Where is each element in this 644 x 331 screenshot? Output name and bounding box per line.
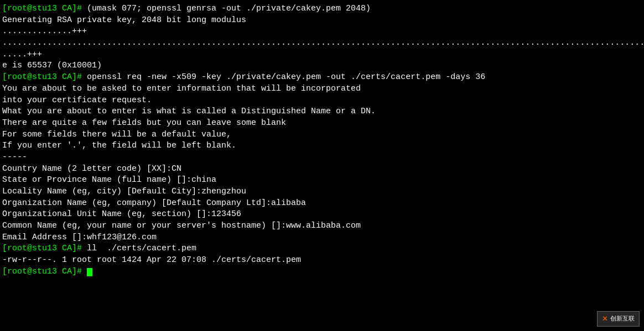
terminal-line: For some fields there will be a default … xyxy=(2,129,642,141)
terminal-line: Common Name (eg, your name or your serve… xyxy=(2,220,642,232)
terminal-line: Locality Name (eg, city) [Default City]:… xyxy=(2,186,642,198)
prompt-user: [root@stu13 CA]# xyxy=(2,267,82,276)
terminal-line: -rw-r--r--. 1 root root 1424 Apr 22 07:0… xyxy=(2,255,642,266)
terminal-output: [root@stu13 CA]# (umask 077; openssl gen… xyxy=(2,3,642,278)
terminal-line: ..............+++ xyxy=(2,26,642,38)
terminal-line: Organizational Unit Name (eg, section) [… xyxy=(2,209,642,220)
terminal-line: Email Address []:whf123@126.com xyxy=(2,232,642,244)
terminal-line: [root@stu13 CA]# (umask 077; openssl gen… xyxy=(2,3,642,15)
terminal-line: Country Name (2 letter code) [XX]:CN xyxy=(2,164,642,175)
terminal-last-line: [root@stu13 CA]# xyxy=(2,266,642,278)
command-text: (umask 077; openssl genrsa -out ./privat… xyxy=(82,4,371,13)
watermark: ✕ 创新互联 xyxy=(597,311,640,327)
terminal-line: State or Province Name (full name) []:ch… xyxy=(2,175,642,186)
terminal-line: [root@stu13 CA]# openssl req -new -x509 … xyxy=(2,72,642,83)
terminal-line: into your certificate request. xyxy=(2,95,642,107)
watermark-icon: ✕ xyxy=(602,314,608,324)
terminal-line: .....+++ xyxy=(2,49,642,61)
terminal-line: Generating RSA private key, 2048 bit lon… xyxy=(2,15,642,27)
prompt-space xyxy=(82,267,87,276)
cursor xyxy=(87,268,92,276)
terminal-line: ........................................… xyxy=(2,38,642,49)
terminal-line: There are quite a few fields but you can… xyxy=(2,118,642,129)
terminal-line: What you are about to enter is what is c… xyxy=(2,106,642,118)
terminal-line: If you enter '.', the field will be left… xyxy=(2,140,642,152)
command-text: ll ./certs/cacert.pem xyxy=(82,244,196,253)
prompt-user: [root@stu13 CA]# xyxy=(2,4,82,13)
prompt-user: [root@stu13 CA]# xyxy=(2,244,82,253)
terminal-line: ----- xyxy=(2,152,642,164)
terminal-line: e is 65537 (0x10001) xyxy=(2,60,642,72)
terminal-line: [root@stu13 CA]# ll ./certs/cacert.pem xyxy=(2,243,642,255)
watermark-text: 创新互联 xyxy=(610,314,635,323)
prompt-user: [root@stu13 CA]# xyxy=(2,72,82,82)
command-text: openssl req -new -x509 -key ./private/ca… xyxy=(82,72,485,82)
terminal-window[interactable]: [root@stu13 CA]# (umask 077; openssl gen… xyxy=(0,0,644,331)
terminal-line: Organization Name (eg, company) [Default… xyxy=(2,198,642,209)
terminal-line: You are about to be asked to enter infor… xyxy=(2,83,642,95)
